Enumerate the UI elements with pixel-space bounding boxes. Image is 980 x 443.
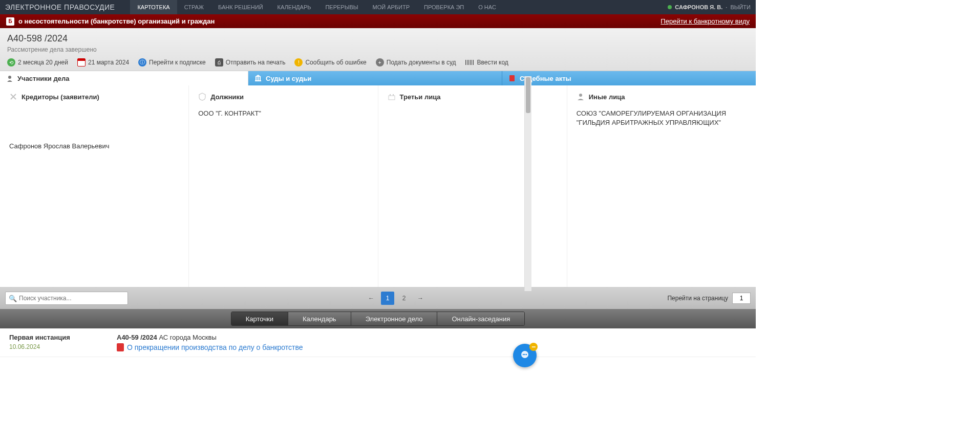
doc-case-line: А40-59 /2024 АС города Москвы <box>117 334 747 341</box>
col-third-parties: Третьи лица <box>378 85 567 287</box>
court-icon <box>254 75 262 82</box>
creditor-entry[interactable]: Сафронов Ярослав Валерьевич <box>9 142 179 151</box>
goto-page-input[interactable] <box>732 293 751 304</box>
status-online-icon <box>668 5 672 9</box>
main-nav: КАРТОТЕКА СТРАЖ БАНК РЕШЕНИЙ КАЛЕНДАРЬ П… <box>130 0 503 14</box>
tab-participants[interactable]: Участники дела <box>0 71 248 85</box>
submit-docs-link[interactable]: + Подать документы в суд <box>376 58 456 67</box>
page-2[interactable]: 2 <box>397 292 411 305</box>
svg-marker-5 <box>255 75 261 77</box>
document-row: Первая инстанция 10.06.2024 А40-59 /2024… <box>0 328 756 357</box>
participants-panel: Кредиторы (заявители) Сафронов Ярослав В… <box>0 85 756 287</box>
shield-icon: ⓘ <box>138 58 146 67</box>
case-date: 21 марта 2024 <box>77 58 129 67</box>
viewtab-online[interactable]: Онлайн-заседания <box>437 312 524 325</box>
instance-label: Первая инстанция <box>9 334 96 341</box>
plus-icon: + <box>376 58 384 67</box>
col-debtors: Должники ООО "Г. КОНТРАКТ" <box>189 85 378 287</box>
chat-widget[interactable]: − <box>513 344 537 367</box>
debtor-entry[interactable]: ООО "Г. КОНТРАКТ" <box>198 109 368 118</box>
warning-icon: ! <box>294 58 303 67</box>
svg-rect-9 <box>393 94 394 96</box>
pagination: ← 1 2 → <box>365 292 427 305</box>
svg-point-10 <box>579 94 582 97</box>
document-link[interactable]: О прекращении производства по делу о бан… <box>117 343 747 351</box>
svg-point-12 <box>523 354 524 355</box>
svg-rect-6 <box>509 75 515 81</box>
svg-point-14 <box>526 354 527 355</box>
nav-bank[interactable]: БАНК РЕШЕНИЙ <box>211 0 270 14</box>
chat-icon <box>519 349 531 362</box>
printer-icon: ⎙ <box>215 58 223 67</box>
nav-calendar[interactable]: КАЛЕНДАРЬ <box>270 0 318 14</box>
topbar: ЭЛЕКТРОННОЕ ПРАВОСУДИЕ КАРТОТЕКА СТРАЖ Б… <box>0 0 756 14</box>
page-1[interactable]: 1 <box>381 292 394 305</box>
svg-rect-1 <box>255 80 261 81</box>
svg-point-0 <box>8 76 11 79</box>
enter-code-link[interactable]: Ввести код <box>465 59 508 66</box>
nav-strazh[interactable]: СТРАЖ <box>177 0 211 14</box>
col-other-parties: Иные лица СОЮЗ "САМОРЕГУЛИРУЕМАЯ ОРГАНИЗ… <box>567 85 756 287</box>
brand-logo: ЭЛЕКТРОННОЕ ПРАВОСУДИЕ <box>5 3 115 11</box>
report-error-link[interactable]: ! Сообщить об ошибке <box>294 58 366 67</box>
case-number: А40-598 /2024 <box>7 33 749 44</box>
user-name[interactable]: САФРОНОВ Я. В. <box>675 4 722 10</box>
person-icon <box>6 75 13 82</box>
debtors-icon <box>198 93 206 101</box>
scrollbar[interactable] <box>524 76 531 291</box>
participant-search-input[interactable] <box>19 295 124 302</box>
page-prev[interactable]: ← <box>365 292 378 305</box>
page-next[interactable]: → <box>414 292 427 305</box>
third-icon <box>388 93 396 101</box>
nav-kartoteka[interactable]: КАРТОТЕКА <box>130 0 177 14</box>
subscribe-link[interactable]: ⓘ Перейти к подписке <box>138 58 206 67</box>
viewtab-cards[interactable]: Карточки <box>231 312 288 325</box>
viewtab-ecase[interactable]: Электронное дело <box>351 312 438 325</box>
goto-label: Перейти на страницу <box>667 295 728 302</box>
other-icon <box>577 93 585 101</box>
calendar-icon <box>77 58 86 67</box>
case-type-bar: Б о несостоятельности (банкротстве) орга… <box>0 14 756 28</box>
col-creditors: Кредиторы (заявители) Сафронов Ярослав В… <box>0 85 189 287</box>
tab-courts[interactable]: Суды и судьи <box>248 71 502 85</box>
nav-about[interactable]: О НАС <box>471 0 503 14</box>
case-duration: ⟲ 2 месяца 20 дней <box>7 58 68 67</box>
case-status: Рассмотрение дела завершено <box>7 46 749 53</box>
viewtab-calendar[interactable]: Календарь <box>288 312 351 325</box>
minimize-icon[interactable]: − <box>529 343 538 351</box>
nav-check[interactable]: ПРОВЕРКА ЭП <box>417 0 471 14</box>
svg-rect-2 <box>255 77 257 80</box>
logout-link[interactable]: ВЫЙТИ <box>730 4 751 10</box>
svg-rect-7 <box>389 96 395 100</box>
case-header: А40-598 /2024 Рассмотрение дела завершен… <box>0 28 756 71</box>
tab-acts[interactable]: Судебные акты <box>502 71 756 85</box>
pdf-mini-icon <box>117 343 124 351</box>
search-icon: 🔍 <box>9 295 17 302</box>
doc-date: 10.06.2024 <box>9 343 96 350</box>
pdf-icon <box>508 75 516 82</box>
other-entry[interactable]: СОЮЗ "САМОРЕГУЛИРУЕМАЯ ОРГАНИЗАЦИЯ "ГИЛЬ… <box>577 109 747 127</box>
view-tabs-bar: Карточки Календарь Электронное дело Онла… <box>0 309 756 328</box>
bankruptcy-badge-icon: Б <box>6 17 14 26</box>
scroll-thumb[interactable] <box>526 77 530 113</box>
svg-rect-3 <box>258 77 259 80</box>
svg-rect-4 <box>260 77 261 80</box>
bankruptcy-view-link[interactable]: Перейти к банкротному виду <box>661 17 750 25</box>
svg-rect-8 <box>390 94 391 96</box>
section-tabs: Участники дела Суды и судьи Судебные акт… <box>0 71 756 85</box>
case-type-label: о несостоятельности (банкротстве) органи… <box>18 17 215 25</box>
barcode-icon <box>465 60 475 65</box>
search-bar: 🔍 ← 1 2 → Перейти на страницу <box>0 287 756 309</box>
search-input-wrap[interactable]: 🔍 <box>5 292 128 305</box>
print-link[interactable]: ⎙ Отправить на печать <box>215 58 286 67</box>
nav-arbiter[interactable]: МОЙ АРБИТР <box>366 0 417 14</box>
svg-point-13 <box>524 354 525 355</box>
nav-breaks[interactable]: ПЕРЕРЫВЫ <box>318 0 365 14</box>
creditors-icon <box>9 93 17 101</box>
refresh-icon: ⟲ <box>7 58 15 67</box>
